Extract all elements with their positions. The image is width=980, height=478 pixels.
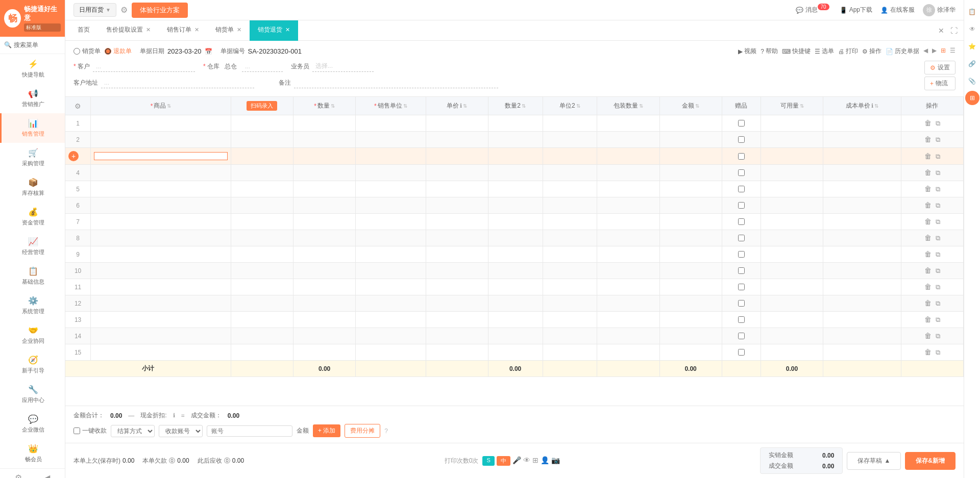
- gift-checkbox[interactable]: [738, 349, 745, 356]
- qty2-cell[interactable]: [488, 115, 543, 132]
- gift-cell[interactable]: [722, 246, 761, 263]
- cost-cell[interactable]: [823, 295, 901, 312]
- topbar-gear-icon[interactable]: ⚙: [120, 5, 128, 15]
- sidebar-item-finance[interactable]: 💰 资金管理: [0, 202, 65, 232]
- product-cell[interactable]: [91, 230, 231, 246]
- delete-row-icon[interactable]: 🗑: [924, 152, 932, 160]
- unit-cell[interactable]: [356, 328, 426, 344]
- gift-checkbox[interactable]: [738, 333, 745, 339]
- unit2-cell[interactable]: [543, 312, 597, 328]
- qty2-cell[interactable]: [488, 312, 543, 328]
- product-cell[interactable]: [91, 344, 231, 361]
- scan-input-btn[interactable]: 扫码录入: [247, 101, 277, 111]
- account-select[interactable]: 收款账号: [159, 425, 203, 437]
- qty-cell[interactable]: [293, 295, 356, 312]
- sidebar-item-inventory[interactable]: 📦 库存核算: [0, 172, 65, 202]
- qty-cell[interactable]: [293, 214, 356, 230]
- radio-return-input[interactable]: [105, 48, 111, 55]
- available-cell[interactable]: [761, 214, 823, 230]
- amount-cell[interactable]: [659, 312, 722, 328]
- copy-row-icon[interactable]: ⧉: [936, 185, 940, 193]
- unit2-cell[interactable]: [543, 295, 597, 312]
- product-cell[interactable]: [91, 279, 231, 295]
- tab-sale-return[interactable]: 销货退货 ✕: [250, 20, 298, 41]
- product-cell[interactable]: [91, 312, 231, 328]
- qty-cell[interactable]: [293, 181, 356, 197]
- qty-cell[interactable]: [293, 115, 356, 132]
- pack-qty-cell[interactable]: [597, 246, 659, 263]
- copy-row-icon[interactable]: ⧉: [936, 136, 940, 143]
- amount-cell[interactable]: [659, 181, 722, 197]
- qty2-cell[interactable]: [488, 181, 543, 197]
- unit-cell[interactable]: [356, 132, 426, 148]
- sort-pack-icon[interactable]: ⇅: [639, 103, 643, 109]
- right-panel-item-3[interactable]: ⭐: [966, 39, 978, 54]
- prev-icon[interactable]: ◀: [923, 47, 928, 56]
- price-cell[interactable]: [426, 230, 488, 246]
- price-cell[interactable]: [426, 344, 488, 361]
- copy-row-icon[interactable]: ⧉: [936, 299, 940, 307]
- unit2-cell[interactable]: [543, 263, 597, 279]
- unit2-cell[interactable]: [543, 279, 597, 295]
- right-panel-item-2[interactable]: 👁: [967, 21, 977, 37]
- available-cell[interactable]: [761, 344, 823, 361]
- unit2-cell[interactable]: [543, 344, 597, 361]
- save-new-btn[interactable]: 保存&新增: [905, 452, 955, 470]
- qty-cell[interactable]: [293, 328, 356, 344]
- qty-cell[interactable]: [293, 344, 356, 361]
- available-cell[interactable]: [761, 246, 823, 263]
- column-settings-icon[interactable]: ⚙: [75, 102, 81, 110]
- gift-checkbox[interactable]: [738, 169, 745, 176]
- online-service-item[interactable]: 👤 在线客服: [880, 6, 915, 14]
- right-panel-item-5[interactable]: 📎: [966, 73, 978, 89]
- product-cell[interactable]: [91, 263, 231, 279]
- cost-cell[interactable]: [823, 132, 901, 148]
- cost-cell[interactable]: [823, 328, 901, 344]
- sidebar-item-appstore[interactable]: 🔧 应用中心: [0, 380, 65, 409]
- delete-row-icon[interactable]: 🗑: [924, 168, 932, 177]
- cost-cell[interactable]: [823, 148, 901, 165]
- cost-cell[interactable]: [823, 165, 901, 181]
- copy-row-icon[interactable]: ⧉: [936, 332, 940, 340]
- pack-qty-cell[interactable]: [597, 279, 659, 295]
- product-cell[interactable]: [91, 165, 231, 181]
- staff-input[interactable]: 选择...: [312, 61, 374, 72]
- tab-sale-invoice-close[interactable]: ✕: [237, 27, 241, 33]
- settle-method-select[interactable]: 结算方式: [111, 425, 155, 437]
- operate-btn[interactable]: ⚙ 操作: [862, 47, 881, 56]
- copy-row-icon[interactable]: ⧉: [936, 119, 940, 127]
- gift-checkbox[interactable]: [738, 136, 745, 143]
- tab-sale-invoice[interactable]: 销货单 ✕: [207, 20, 250, 41]
- product-cell[interactable]: [91, 197, 231, 214]
- available-cell[interactable]: [761, 263, 823, 279]
- list-icon[interactable]: ☰: [950, 47, 955, 56]
- gift-cell[interactable]: [722, 279, 761, 295]
- available-cell[interactable]: [761, 328, 823, 344]
- unit-cell[interactable]: [356, 295, 426, 312]
- available-cell[interactable]: [761, 148, 823, 165]
- fee-split-btn[interactable]: 费用分摊: [345, 424, 380, 438]
- sort-qty2-icon[interactable]: ⇅: [522, 103, 526, 109]
- unit-cell[interactable]: [356, 165, 426, 181]
- close-all-icon[interactable]: ✕: [936, 24, 946, 37]
- cost-cell[interactable]: [823, 263, 901, 279]
- copy-row-icon[interactable]: ⧉: [936, 267, 940, 274]
- logistics-btn[interactable]: + 物流: [924, 77, 955, 90]
- tab-sale-order[interactable]: 销售订单 ✕: [159, 20, 207, 41]
- add-row-btn[interactable]: +: [68, 151, 79, 161]
- cost-cell[interactable]: [823, 115, 901, 132]
- sort-available-icon[interactable]: ⇅: [800, 103, 804, 109]
- copy-row-icon[interactable]: ⧉: [936, 153, 940, 160]
- qty2-cell[interactable]: [488, 328, 543, 344]
- product-cell[interactable]: [91, 214, 231, 230]
- copy-row-icon[interactable]: ⧉: [936, 283, 940, 291]
- delete-row-icon[interactable]: 🗑: [924, 266, 932, 274]
- radio-sale-input[interactable]: [74, 48, 80, 55]
- price-cell[interactable]: [426, 181, 488, 197]
- amount-cell[interactable]: [659, 230, 722, 246]
- product-cell[interactable]: [91, 328, 231, 344]
- available-cell[interactable]: [761, 132, 823, 148]
- settings-icon[interactable]: ⚙: [15, 473, 22, 478]
- pack-qty-cell[interactable]: [597, 295, 659, 312]
- unit2-cell[interactable]: [543, 115, 597, 132]
